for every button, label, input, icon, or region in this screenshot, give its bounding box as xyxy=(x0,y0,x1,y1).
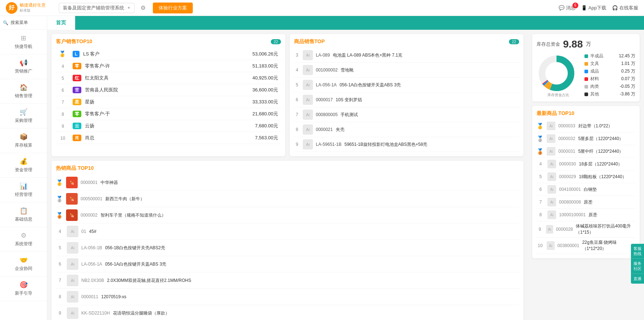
product-image-placeholder: Ai xyxy=(547,210,556,219)
service-button[interactable]: 🎧 在线客服 xyxy=(612,5,638,11)
avatar: 红 xyxy=(73,75,81,81)
system-selector[interactable]: 装备及固定资产辅助管理系统 ▼ xyxy=(59,3,135,13)
product-image-placeholder: Ai xyxy=(546,225,553,234)
avatar: 零 xyxy=(73,111,81,117)
sidebar-label-finance: 资金管理 xyxy=(15,167,32,173)
info-icon: 📋 xyxy=(20,207,28,215)
product-thumbnail: 🍖 xyxy=(66,209,78,221)
phone-icon: 📱 xyxy=(581,5,587,11)
customer-amount: 7,563.00元 xyxy=(200,132,281,144)
experience-button[interactable]: 体验行业方案 xyxy=(153,3,193,13)
customer-amount: 53,006.26元 xyxy=(200,48,281,60)
sidebar: 🔍 搜索菜单 ⊞ 快捷导航 📢 营销推广 🏠 销售管理 🛒 采购管理 📦 库存核… xyxy=(0,16,47,320)
product-code: 004100001 xyxy=(559,187,581,192)
inventory-chart-area: 库存资金占比 半成品 12.45 万 文具 1.01 万 成品 0.25 万 材… xyxy=(537,53,635,97)
list-item: 7 Ai NB2.0X30B 2.0X30MM双搓花轴,搓花直径2.1MM/RO… xyxy=(56,272,519,289)
settings-button[interactable]: ⚙ xyxy=(138,3,148,13)
content-area: 首页 客户销售TOP10 22 🥇 L LS 客户 xyxy=(47,16,644,320)
product-name: 原垄 xyxy=(588,212,597,218)
sidebar-item-sales[interactable]: 🏠 销售管理 xyxy=(0,79,47,104)
product-code: 0000002 xyxy=(81,213,98,218)
legend-color xyxy=(584,62,588,66)
customer-name: 零售客户-于 xyxy=(85,111,110,116)
customer-name: 肖总 xyxy=(85,135,94,140)
new-products-title: 最新商品 TOP10 xyxy=(537,110,574,117)
sidebar-item-quick-nav[interactable]: ⊞ 快捷导航 xyxy=(0,30,47,54)
customers-section-header: 客户销售TOP10 22 xyxy=(56,38,281,45)
sidebar-item-purchase[interactable]: 🛒 采购管理 xyxy=(0,104,47,128)
product-code: 0000029 xyxy=(559,174,576,179)
table-row: 9 云 云扬 7,680.00元 xyxy=(56,120,281,132)
dashboard: 客户销售TOP10 22 🥇 L LS 客户 53,006.26元 4 零 零售… xyxy=(47,30,644,320)
logo-area: 好 畅捷通好生意 标准版 xyxy=(6,2,53,14)
table-row: 8 零 零售客户-于 21,680.00元 xyxy=(56,108,281,120)
sidebar-label-newbie: 新手引导 xyxy=(15,290,32,296)
sidebar-label-sales: 销售管理 xyxy=(15,93,32,99)
search-icon: 🔍 xyxy=(3,20,8,25)
community-button[interactable]: 服务社区 xyxy=(631,259,644,274)
operations-icon: 📊 xyxy=(20,182,28,190)
customer-service-button[interactable]: 客服热线 xyxy=(631,244,644,259)
sidebar-item-collab[interactable]: 🤝 企业协同 xyxy=(0,252,47,276)
top-products-sales-panel: 商品销售TOP 22 3 Ai LA-089 电池盖 LA-089 ABS本色+… xyxy=(290,34,523,156)
table-row: 10 肖 肖总 7,563.00元 xyxy=(56,132,281,144)
product-name: 5厘中纤（1220*2440） xyxy=(578,148,624,155)
product-name: 手机测试 xyxy=(341,112,358,118)
list-item: 🥈 Ai 0000032 5厘多层（1220*2440） xyxy=(537,132,635,145)
product-image-placeholder: Ai xyxy=(547,122,555,130)
product-image-placeholder: Ai xyxy=(67,258,78,270)
search-menu-item[interactable]: 🔍 搜索菜单 xyxy=(0,16,47,30)
sidebar-item-inventory[interactable]: 📦 库存核算 xyxy=(0,128,47,153)
new-products-header: 最新商品 TOP10 xyxy=(537,110,635,117)
inventory-icon: 📦 xyxy=(20,133,28,141)
live-button[interactable]: 直播 xyxy=(631,274,644,284)
customer-amount: 51,183.00元 xyxy=(200,60,281,72)
hot-products-section: 热销商品 TOP10 🥇 🍖 0000001 中华神器 🥈 🍖 00050000… xyxy=(52,161,523,320)
product-code: 10000100001 xyxy=(559,212,586,217)
legend-value: -3.86 万 xyxy=(620,91,635,97)
list-item: 7 Ai 000800005 手机测试 xyxy=(294,107,519,122)
legend-label: 成品 xyxy=(590,68,619,74)
product-name: 夹壳 xyxy=(336,127,345,133)
sidebar-item-operations[interactable]: 📊 经营管理 xyxy=(0,178,47,202)
product-image-placeholder: Ai xyxy=(303,110,313,120)
list-item: 🥉 Ai 0000031 5厘中纤（1220*2440） xyxy=(537,145,635,158)
inventory-card: 库存总资金 9.88 万 xyxy=(532,34,640,102)
tab-home[interactable]: 首页 xyxy=(47,16,75,30)
sidebar-item-marketing[interactable]: 📢 营销推广 xyxy=(0,54,47,79)
legend-color xyxy=(584,85,588,89)
product-name: 59651-1B旋转投影灯电池盒ABS黑色+58壳 xyxy=(345,141,427,148)
product-code: LA-056-1B xyxy=(81,245,102,250)
table-row: 🥇 L LS 客户 53,006.26元 xyxy=(56,48,281,60)
sidebar-item-system[interactable]: ⚙ 系统管理 xyxy=(0,227,47,252)
product-name: 白钢垫 xyxy=(584,186,597,193)
product-code: 0000033 xyxy=(558,123,575,128)
product-image-placeholder: Ai xyxy=(303,80,313,90)
app-download-button[interactable]: 📱 App下载 xyxy=(581,5,606,11)
customer-amount: 40,925.00元 xyxy=(200,72,281,84)
message-badge: 6 xyxy=(572,3,578,8)
product-name: 智利车子里（规格不知道填什么） xyxy=(101,212,166,218)
avatar: 零 xyxy=(73,63,81,69)
product-name: 12070519-xs xyxy=(101,294,126,299)
system-icon: ⚙ xyxy=(21,231,27,239)
hot-products-header: 热销商品 TOP10 xyxy=(56,165,519,172)
product-image-placeholder: Ai xyxy=(303,124,313,135)
sidebar-item-newbie[interactable]: 🎯 新手引导 xyxy=(0,276,47,301)
product-name: 原垄 xyxy=(584,199,592,205)
collab-icon: 🤝 xyxy=(20,256,28,264)
legend-label: 文具 xyxy=(590,61,619,67)
legend-item: 其他 -3.86 万 xyxy=(584,91,635,97)
nav-tabs: 首页 xyxy=(47,16,644,30)
product-name: 雪地靴 xyxy=(341,67,354,73)
product-name: 22g鱼豆腐·烧烤味（1*12*20） xyxy=(582,239,635,252)
list-item: 8 Ai 0000021 夹壳 xyxy=(294,122,519,137)
sidebar-item-finance[interactable]: 💰 资金管理 xyxy=(0,153,47,178)
message-button[interactable]: 💬 消息 6 xyxy=(559,5,575,11)
grid-icon: ⊞ xyxy=(21,34,26,42)
product-name: 花语萌恒温分腿睡袋（厚款） xyxy=(113,310,170,316)
sidebar-item-basic-info[interactable]: 📋 基础信息 xyxy=(0,202,47,227)
product-code: NB2.0X30B xyxy=(81,278,104,283)
product-code: 000800008 xyxy=(559,200,581,205)
hot-products-title: 热销商品 TOP10 xyxy=(56,165,94,172)
